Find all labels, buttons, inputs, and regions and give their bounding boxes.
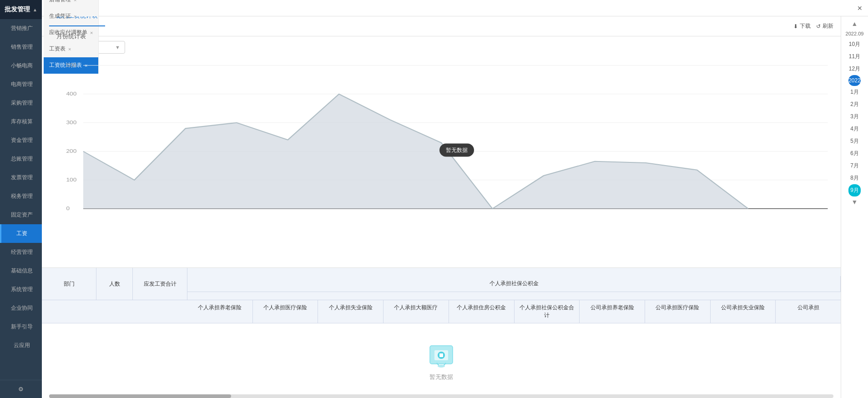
th-sub-col-2: 个人承担失业保险	[318, 300, 384, 323]
th-sub-col-4: 个人承担住房公积金	[449, 300, 515, 323]
sub-cols-container: 个人承担养老保险个人承担医疗保险个人承担失业保险个人承担大额医疗个人承担住房公积…	[187, 300, 841, 323]
sidebar-item-guide[interactable]: 新手引导	[0, 317, 42, 336]
svg-point-19	[438, 365, 445, 368]
sidebar-expand-icon: ▲	[33, 7, 37, 12]
th-sub-col-7: 公司承担医疗保险	[645, 300, 711, 323]
sub-tab-bar: 部门工资统计表月份统计表 ⬇ 下载 ↺ 刷新	[42, 16, 841, 36]
sidebar-item-ops[interactable]: 经营管理	[0, 243, 42, 262]
download-label: 下载	[800, 22, 811, 30]
sub-tabs-container: 部门工资统计表月份统计表	[49, 16, 105, 46]
svg-text:500: 500	[66, 62, 76, 68]
table-header: 部门 人数 应发工资合计 个人承担社保公积金 个人承担养老保险个人承担医疗保险个…	[42, 268, 841, 323]
tab-store-mgmt[interactable]: 店铺管理×	[44, 0, 99, 8]
sidebar-item-finance[interactable]: 资金管理	[0, 131, 42, 150]
th-dept: 部门	[42, 268, 96, 300]
th-sub-col-1: 个人承担医疗保险	[253, 300, 318, 323]
svg-text:400: 400	[66, 91, 76, 97]
main-area: 首页门店商品目录×销货单×店铺管理×生成凭证×应收应付调整单×工资表×工资统计报…	[42, 0, 868, 398]
chart-no-data-tooltip: 暂无数据	[439, 143, 474, 156]
scrollbar-thumb[interactable]	[49, 394, 231, 398]
svg-text:200: 200	[66, 148, 76, 154]
content-area: 部门工资统计表月份统计表 ⬇ 下载 ↺ 刷新 部门： 全部 ▼	[42, 16, 868, 398]
empty-state-icon	[423, 337, 459, 373]
sidebar-item-ecommerce-small[interactable]: 小畅电商	[0, 56, 42, 75]
svg-text:0: 0	[66, 206, 70, 212]
sidebar-item-assets[interactable]: 固定资产	[0, 206, 42, 224]
date-month-7[interactable]: 7月	[846, 160, 863, 172]
filter-row: 部门： 全部 ▼	[42, 36, 841, 58]
tab-close-store-mgmt[interactable]: ×	[74, 0, 76, 3]
date-month-5[interactable]: 5月	[846, 135, 863, 147]
th-sub-col-5: 个人承担社保公积金合计	[515, 300, 580, 323]
date-month-9[interactable]: 9月	[848, 184, 861, 196]
refresh-label: 刷新	[823, 22, 833, 30]
sidebar-item-sales[interactable]: 销售管理	[0, 38, 42, 56]
table-empty-text: 暂无数据	[429, 373, 453, 381]
th-count: 人数	[96, 268, 133, 300]
date-panel: ▲ 2022.09 10月11月12月20221月2月3月4月5月6月7月8月9…	[841, 16, 868, 398]
sidebar-item-marketing[interactable]: 营销推广	[0, 19, 42, 38]
date-month-2022[interactable]: 2022	[848, 75, 861, 86]
sidebar-item-invoice[interactable]: 发票管理	[0, 168, 42, 187]
date-month-6[interactable]: 6月	[846, 147, 863, 160]
date-month-4[interactable]: 4月	[846, 123, 863, 135]
date-nav-up[interactable]: ▲	[848, 18, 862, 29]
sidebar-item-ecommerce[interactable]: 电商管理	[0, 75, 42, 94]
date-month-11[interactable]: 11月	[846, 50, 863, 63]
sidebar-item-tax[interactable]: 税务管理	[0, 187, 42, 206]
th-sub-col-3: 个人承担大额医疗	[384, 300, 449, 323]
date-months-container: 10月11月12月20221月2月3月4月5月6月7月8月9月	[846, 38, 863, 196]
chevron-down-icon: ▼	[115, 45, 120, 50]
th-salary: 应发工资合计	[133, 268, 187, 300]
date-year-label: 2022.09	[846, 29, 864, 38]
th-sub-col-8: 公司承担失业保险	[711, 300, 776, 323]
date-month-12[interactable]: 12月	[846, 63, 863, 75]
sub-tab-month-stats[interactable]: 月份统计表	[49, 26, 105, 46]
download-button[interactable]: ⬇ 下载	[793, 22, 811, 30]
refresh-icon: ↺	[816, 23, 821, 30]
sidebar-top-label: 批发管理	[5, 5, 30, 14]
sidebar-top[interactable]: 批发管理 ▲	[0, 0, 42, 19]
tab-close-payroll[interactable]: ×	[68, 46, 71, 52]
sidebar-items: 营销推广销售管理小畅电商电商管理采购管理库存核算资金管理总账管理发票管理税务管理…	[0, 19, 42, 355]
date-month-3[interactable]: 3月	[846, 111, 863, 123]
download-icon: ⬇	[793, 23, 798, 30]
sidebar-item-cloud[interactable]: 云应用	[0, 336, 42, 355]
table-section: 部门 人数 应发工资合计 个人承担社保公积金 个人承担养老保险个人承担医疗保险个…	[42, 267, 841, 398]
date-month-2[interactable]: 2月	[846, 98, 863, 111]
sidebar-item-enterprise[interactable]: 企业协同	[0, 299, 42, 317]
svg-text:100: 100	[66, 177, 76, 183]
horizontal-scrollbar[interactable]	[49, 394, 833, 398]
page-content: 部门工资统计表月份统计表 ⬇ 下载 ↺ 刷新 部门： 全部 ▼	[42, 16, 841, 398]
date-nav-down[interactable]: ▼	[848, 196, 862, 207]
date-month-8[interactable]: 8月	[846, 172, 863, 184]
close-all-button[interactable]: ✕	[852, 5, 868, 12]
sidebar-settings[interactable]: ⚙	[0, 380, 42, 398]
th-sub-col-0: 个人承担养老保险	[187, 300, 253, 323]
sidebar: 批发管理 ▲ 营销推广销售管理小畅电商电商管理采购管理库存核算资金管理总账管理发…	[0, 0, 42, 398]
sidebar-item-purchase[interactable]: 采购管理	[0, 94, 42, 112]
date-month-10[interactable]: 10月	[846, 38, 863, 50]
sub-tab-actions: ⬇ 下载 ↺ 刷新	[793, 22, 833, 30]
sidebar-item-salary[interactable]: 工资	[0, 224, 42, 243]
date-month-1[interactable]: 1月	[846, 86, 863, 98]
tab-bar: 首页门店商品目录×销货单×店铺管理×生成凭证×应收应付调整单×工资表×工资统计报…	[42, 0, 868, 16]
refresh-button[interactable]: ↺ 刷新	[816, 22, 833, 30]
chart-container: 500 400 300 200 100 0	[49, 58, 833, 249]
sidebar-item-basic[interactable]: 基础信息	[0, 262, 42, 280]
sidebar-item-system[interactable]: 系统管理	[0, 280, 42, 299]
svg-rect-16	[439, 353, 443, 357]
chart-area: 500 400 300 200 100 0	[42, 58, 841, 267]
th-group: 个人承担社保公积金	[187, 276, 841, 292]
sidebar-item-inventory[interactable]: 库存核算	[0, 112, 42, 131]
table-body: 暂无数据	[42, 323, 841, 394]
settings-icon: ⚙	[18, 386, 24, 393]
svg-text:300: 300	[66, 120, 76, 126]
sub-tab-dept-stats[interactable]: 部门工资统计表	[49, 16, 105, 26]
th-sub-col-6: 公司承担养老保险	[580, 300, 645, 323]
sidebar-item-ledger[interactable]: 总账管理	[0, 150, 42, 168]
th-sub-col-9: 公司承担	[776, 300, 841, 323]
